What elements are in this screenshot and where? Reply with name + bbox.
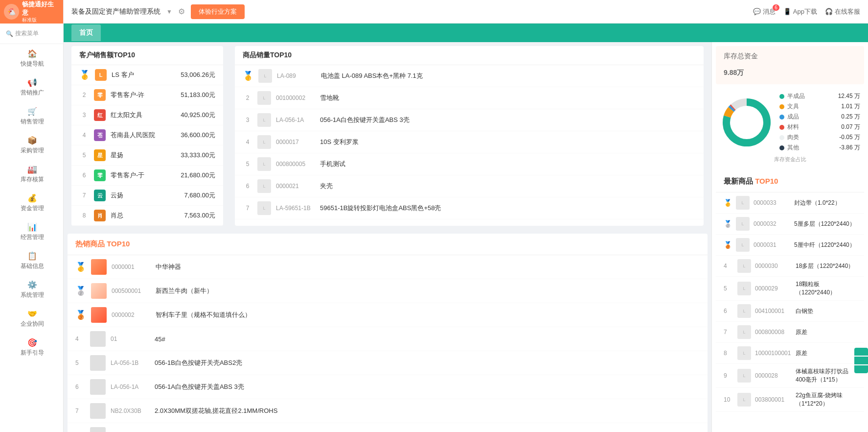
legend-item: 半成品 12.45 万 <box>779 92 860 100</box>
new-products-header: 最新商品 TOP10 <box>716 171 864 192</box>
goods-rank-row: 4 L 0000017 10S 变利罗浆 <box>235 131 704 153</box>
legend-dot <box>779 135 784 140</box>
rank-name: LS 客户 <box>112 71 176 79</box>
sidebar-item-3[interactable]: 📦采购管理 <box>0 131 63 160</box>
new-product-img: L <box>737 259 751 273</box>
rank-badge: 云 <box>94 190 106 201</box>
new-product-row: 7 L 000800008 原差 <box>716 322 864 343</box>
legend-value: 0.07 万 <box>841 123 860 131</box>
medal-icon: 🥈 <box>75 286 86 296</box>
sidebar-search-section[interactable]: 🔍 搜索菜单 <box>0 24 63 44</box>
topbar-right: 💬 消息 6 📱 App下载 🎧 在线客服 <box>753 7 860 16</box>
sidebar-item-8[interactable]: ⚙️系统管理 <box>0 275 63 304</box>
new-product-name: 22g鱼豆腐-烧烤味（1*12*20） <box>796 391 856 408</box>
sidebar-item-7[interactable]: 📋基础信息 <box>0 246 63 275</box>
hot-product-code: 01 <box>111 336 150 342</box>
new-product-name: 18多层（1220*2440） <box>796 262 856 270</box>
center-panel: 客户销售额TOP10 🥇 L LS 客户 53,006.26元2 零 零售客户-… <box>64 42 711 432</box>
sidebar-item-4[interactable]: 🏭库存核算 <box>0 160 63 189</box>
sidebar: 🐔 畅捷通好生意 标准版 🔍 搜索菜单 🏠快捷导航📢营销推广🛒销售管理📦采购管理… <box>0 0 64 432</box>
new-product-code: 0000031 <box>754 241 790 248</box>
chart-area: 半成品 12.45 万 文具 1.01 万 成品 0.25 万 材料 0.07 … <box>712 88 868 167</box>
sidebar-item-2[interactable]: 🛒销售管理 <box>0 102 63 131</box>
rank-number: 8 <box>79 212 89 219</box>
logo-text: 畅捷通好生意 标准版 <box>22 0 59 24</box>
legend-item: 材料 0.07 万 <box>779 123 860 131</box>
float-btn-1[interactable]: 服务社区 <box>854 357 868 364</box>
new-product-name: 原差 <box>796 349 856 358</box>
headset-icon: 🎧 <box>825 8 833 15</box>
message-badge: 6 <box>773 4 779 11</box>
svg-point-5 <box>730 106 763 139</box>
hot-product-code: NB2.0X30B <box>111 408 150 414</box>
medal-icon: 🥈 <box>724 220 732 228</box>
sidebar-item-1[interactable]: 📢营销推广 <box>0 73 63 102</box>
legend-value: 12.45 万 <box>838 92 860 100</box>
legend-value: -3.86 万 <box>839 144 860 152</box>
rank-amount: 51,183.00元 <box>181 91 215 99</box>
sidebar-label-6: 经营管理 <box>21 233 44 241</box>
rank-number: 4 <box>724 263 733 269</box>
search-menu-btn[interactable]: 🔍 搜索菜单 <box>4 27 59 40</box>
legend-label: 文具 <box>787 102 838 111</box>
sidebar-icon-2: 🛒 <box>27 107 37 116</box>
sidebar-item-6[interactable]: 📊经营管理 <box>0 217 63 246</box>
sidebar-item-0[interactable]: 🏠快捷导航 <box>0 44 63 73</box>
sidebar-item-10[interactable]: 🎯新手引导 <box>0 333 63 362</box>
sidebar-label-8: 系统管理 <box>21 291 44 299</box>
sales-rank-list: 🥇 L LS 客户 53,006.26元2 零 零售客户-许 51,183.00… <box>71 65 223 226</box>
sidebar-label-5: 资金管理 <box>21 204 44 213</box>
rank-number: 7 <box>75 408 85 414</box>
hot-product-row: 6 LA-056-1A 056-1A白色按键开关盖ABS 3壳 <box>68 375 708 399</box>
legend-dot <box>779 104 784 109</box>
sidebar-item-9[interactable]: 🤝企业协同 <box>0 304 63 333</box>
sidebar-logo: 🐔 畅捷通好生意 标准版 <box>0 0 63 24</box>
main-wrap: 装备及固定资产辅助管理系统 ▼ ⚙ 体验行业方案 💬 消息 6 📱 App下载 … <box>64 0 868 432</box>
sidebar-item-5[interactable]: 💰资金管理 <box>0 189 63 217</box>
messages-btn[interactable]: 💬 消息 6 <box>753 7 776 16</box>
sidebar-label-0: 快捷导航 <box>21 60 44 68</box>
sidebar-label-10: 新手引导 <box>21 349 44 357</box>
rank-name: 肖总 <box>111 211 179 220</box>
settings-icon[interactable]: ⚙ <box>178 7 185 16</box>
goods-name: 电池盖 LA-089 ABS本色+黑种 7.1克 <box>321 72 696 80</box>
online-service-btn[interactable]: 🎧 在线客服 <box>825 7 860 16</box>
rank-badge: 零 <box>94 169 106 181</box>
goods-name: 手机测试 <box>320 160 696 168</box>
hot-product-name: 智利车子里（规格不知道填什么） <box>156 311 700 319</box>
sidebar-icon-5: 💰 <box>27 193 37 203</box>
goods-code: 0000021 <box>276 183 315 190</box>
rank-name: 云扬 <box>111 191 179 200</box>
legend-item: 其他 -3.86 万 <box>779 144 860 152</box>
nav-home[interactable]: 首页 <box>71 24 101 41</box>
rank-badge: 零 <box>94 89 106 101</box>
new-product-name: 白钢垫 <box>796 307 856 315</box>
goods-rank-row: 3 L LA-056-1A 056-1A白色按键开关盖ABS 3壳 <box>235 109 704 131</box>
rank-amount: 40,925.00元 <box>181 111 215 120</box>
hot-product-img <box>90 379 106 395</box>
medal-icon: 🥇 <box>243 71 253 81</box>
sidebar-icon-10: 🎯 <box>27 338 37 347</box>
hot-products-panel: 热销商品 TOP10 🥇 0000001 中华神器🥈 000500001 新西兰… <box>68 234 708 432</box>
new-product-code: 0000029 <box>755 285 792 292</box>
legend-value: 1.01 万 <box>841 102 860 111</box>
donut-chart <box>720 96 774 151</box>
rank-number: 6 <box>75 384 85 390</box>
float-btn-0[interactable]: 客服热线 <box>854 348 868 356</box>
trial-btn[interactable]: 体验行业方案 <box>191 4 245 19</box>
medal-icon: 🥉 <box>75 310 86 320</box>
dropdown-arrow-icon[interactable]: ▼ <box>166 8 172 15</box>
float-btn-2[interactable]: 直播 <box>854 365 868 373</box>
app-download-btn[interactable]: 📱 App下载 <box>783 7 817 16</box>
sidebar-icon-6: 📊 <box>27 222 37 232</box>
new-product-img: L <box>736 196 750 210</box>
rank-number: 3 <box>243 117 252 123</box>
hot-product-img <box>91 259 107 275</box>
new-product-img: L <box>737 325 751 339</box>
hot-product-name: 2.0X30MM双搓花轴,搓花直径2.1MM/ROHS <box>155 407 700 415</box>
goods-rank-list: 🥇 L LA-089 电池盖 LA-089 ABS本色+黑种 7.1克2 L 0… <box>235 65 704 219</box>
new-product-row: 9 L 0000028 体械嘉枝味苏打饮品400毫升（1*15） <box>716 364 864 388</box>
new-product-img: L <box>736 217 750 231</box>
rank-number: 4 <box>79 132 89 139</box>
new-product-row: 🥈 L 0000032 5厘多层（1220*2440） <box>716 214 864 235</box>
